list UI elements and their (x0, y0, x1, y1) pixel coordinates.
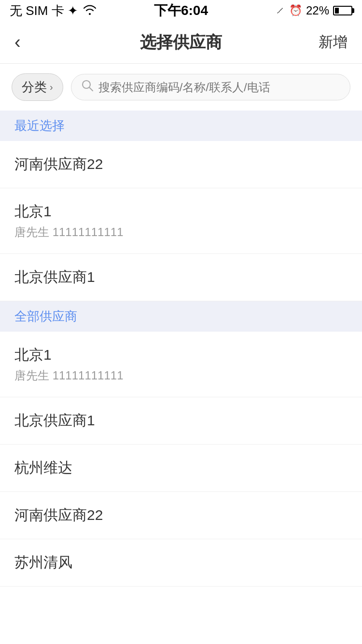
item-name: 北京供应商1 (14, 267, 348, 287)
search-box[interactable] (71, 74, 350, 100)
list-item[interactable]: 北京供应商1 (0, 254, 362, 301)
wifi-icon (83, 3, 97, 18)
item-name: 河南供应商22 (14, 505, 348, 525)
category-label: 分类 (22, 79, 47, 96)
all-section-header: 全部供应商 (0, 301, 362, 332)
battery-percent: 22% (306, 4, 329, 17)
sim-status: 无 SIM 卡 ✦ (10, 2, 78, 19)
list-item[interactable]: 北京供应商1 (0, 397, 362, 445)
battery-icon (333, 6, 352, 15)
all-section-label: 全部供应商 (14, 309, 77, 323)
location-icon: ⟋ (275, 4, 285, 17)
category-button[interactable]: 分类 › (12, 73, 63, 101)
item-sub: 唐先生 11111111111 (14, 368, 348, 383)
item-name: 北京供应商1 (14, 411, 348, 431)
list-item[interactable]: 河南供应商22 (0, 141, 362, 188)
filter-bar: 分类 › (0, 64, 362, 111)
list-item[interactable]: 杭州维达 (0, 445, 362, 492)
all-suppliers-list: 北京1 唐先生 11111111111 北京供应商1 杭州维达 河南供应商22 … (0, 332, 362, 587)
status-bar: 无 SIM 卡 ✦ 下午6:04 ⟋ ⏰ 22% (0, 0, 362, 21)
page-title: 选择供应商 (140, 31, 222, 54)
list-item[interactable]: 北京1 唐先生 11111111111 (0, 188, 362, 254)
item-name: 北京1 (14, 202, 348, 222)
status-left: 无 SIM 卡 ✦ (10, 2, 97, 19)
back-button[interactable]: ‹ (14, 32, 43, 53)
item-name: 北京1 (14, 345, 348, 365)
item-name: 杭州维达 (14, 458, 348, 478)
item-name: 苏州清风 (14, 553, 348, 573)
status-time: 下午6:04 (154, 1, 208, 20)
add-button[interactable]: 新增 (319, 32, 348, 52)
status-right: ⟋ ⏰ 22% (275, 4, 352, 17)
list-item[interactable]: 河南供应商22 (0, 492, 362, 539)
list-item[interactable]: 北京1 唐先生 11111111111 (0, 332, 362, 397)
chevron-right-icon: › (50, 82, 53, 93)
recent-section-label: 最近选择 (14, 118, 65, 133)
item-name: 河南供应商22 (14, 154, 348, 174)
recent-section-header: 最近选择 (0, 111, 362, 141)
svg-line-1 (89, 87, 93, 91)
list-item[interactable]: 苏州清风 (0, 539, 362, 587)
alarm-icon: ⏰ (289, 4, 302, 17)
nav-bar: ‹ 选择供应商 新增 (0, 21, 362, 64)
item-sub: 唐先生 11111111111 (14, 224, 348, 240)
recent-list: 河南供应商22 北京1 唐先生 11111111111 北京供应商1 (0, 141, 362, 301)
search-icon (81, 79, 94, 95)
search-input[interactable] (98, 81, 340, 94)
